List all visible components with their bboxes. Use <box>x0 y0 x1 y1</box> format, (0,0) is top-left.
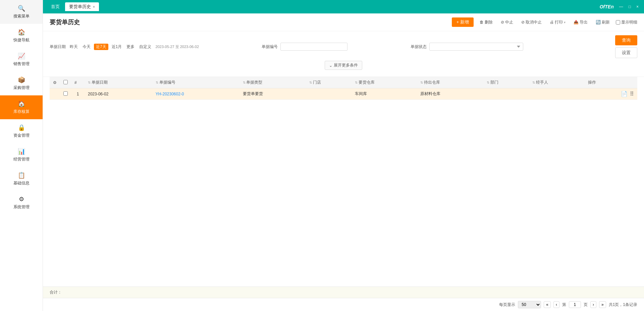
cell-req-warehouse: 车间库 <box>352 88 417 100</box>
inventory-icon: 🏠 <box>18 100 25 107</box>
sidebar-item-finance-mgmt[interactable]: 🔒 资金管理 <box>0 119 43 143</box>
total-info: 共1页，1条记录 <box>609 302 637 308</box>
row-checkbox[interactable] <box>63 91 68 96</box>
th-settings[interactable]: ⚙ <box>50 77 60 88</box>
expand-icon: ⌄ <box>329 63 332 68</box>
window-maximize-btn[interactable]: □ <box>627 4 632 9</box>
display-detail-checkbox[interactable] <box>616 20 620 25</box>
th-dept[interactable]: 部门 <box>483 77 529 88</box>
window-minimize-btn[interactable]: — <box>618 4 625 9</box>
tab-active-label: 要货单历史 <box>69 4 91 10</box>
date-options: 昨天 今天 近7天 近1月 更多 自定义 <box>68 44 153 50</box>
page-size-select[interactable]: 10 20 50 100 <box>518 301 541 308</box>
th-req-warehouse[interactable]: 要货仓库 <box>352 77 417 88</box>
sidebar-item-label: 基础信息 <box>13 180 30 186</box>
next-page-btn[interactable]: › <box>590 301 596 308</box>
order-no-link[interactable]: YH-20230602-0 <box>156 92 184 96</box>
date-option-7days[interactable]: 近7天 <box>94 44 108 50</box>
date-label: 单据日期 <box>50 44 66 50</box>
order-no-label: 单据编号 <box>262 44 278 50</box>
cell-dept <box>483 88 529 100</box>
refresh-button[interactable]: 🔄 刷新 <box>594 18 612 27</box>
display-detail-button[interactable]: 显示明细 <box>616 19 637 25</box>
expand-more-button[interactable]: ⌄ 展开更多条件 <box>325 61 362 70</box>
tab-close-icon[interactable]: × <box>93 5 95 9</box>
pagination-bar: 每页显示 10 20 50 100 « ‹ 第 页 › » 共1页，1条记录 <box>43 298 644 311</box>
prev-page-btn[interactable]: ‹ <box>553 301 559 308</box>
th-date[interactable]: 单据日期 <box>85 77 152 88</box>
first-page-btn[interactable]: « <box>544 301 551 308</box>
th-handler[interactable]: 经手人 <box>529 77 585 88</box>
date-option-more[interactable]: 更多 <box>125 44 136 50</box>
date-option-yesterday[interactable]: 昨天 <box>68 44 79 50</box>
last-page-btn[interactable]: » <box>599 301 606 308</box>
cell-handler <box>529 88 585 100</box>
sidebar-item-search-menu[interactable]: 🔍 搜索菜单 <box>0 0 43 24</box>
sidebar-item-sales-mgmt[interactable]: 📈 销售管理 <box>0 48 43 72</box>
status-select[interactable] <box>429 43 523 51</box>
date-option-custom[interactable]: 自定义 <box>138 44 153 50</box>
new-button[interactable]: + 新增 <box>452 17 474 27</box>
filter-row-2: ⌄ 展开更多条件 <box>50 61 637 70</box>
th-pending-warehouse[interactable]: 待出仓库 <box>417 77 483 88</box>
operations-icon: 📊 <box>18 148 25 155</box>
basic-info-icon: 📋 <box>18 172 25 179</box>
sidebar-item-label: 采购管理 <box>13 85 30 91</box>
sidebar-item-system-mgmt[interactable]: ⚙ 系统管理 <box>0 191 43 215</box>
table-footer: 合计： <box>43 286 644 298</box>
sidebar-item-basic-info[interactable]: 📋 基础信息 <box>0 167 43 191</box>
cell-pending-warehouse: 原材料仓库 <box>417 88 483 100</box>
row-edit-btn[interactable]: 📄 <box>621 91 628 97</box>
window-close-btn[interactable]: × <box>635 4 640 9</box>
order-no-input[interactable] <box>280 43 347 51</box>
total-label: 合计： <box>50 290 62 295</box>
table-container: ⚙ # 单据日期 单据编号 单据类型 门店 要货仓库 待出仓库 部门 经手人 <box>43 77 644 286</box>
export-icon: 📤 <box>574 20 579 25</box>
page-input[interactable] <box>569 301 581 308</box>
export-button[interactable]: 📤 导出 <box>572 18 590 27</box>
sidebar-item-inventory-calc[interactable]: 🏠 库存核算 <box>0 95 43 119</box>
cancel-stop-button[interactable]: ⊘ 取消中止 <box>519 18 544 27</box>
cell-settings <box>50 88 60 100</box>
th-order-no[interactable]: 单据编号 <box>152 77 239 88</box>
cell-order-no: YH-20230602-0 <box>152 88 239 100</box>
quick-nav-icon: 🏠 <box>18 29 25 36</box>
cell-date: 2023-06-02 <box>85 88 152 100</box>
sidebar-item-purchase-mgmt[interactable]: 📦 采购管理 <box>0 72 43 95</box>
sidebar-item-label: 经营管理 <box>13 157 30 162</box>
sidebar-item-operations-mgmt[interactable]: 📊 经营管理 <box>0 143 43 167</box>
th-store[interactable]: 门店 <box>306 77 352 88</box>
tab-home-label: 首页 <box>51 4 60 10</box>
settings-button[interactable]: 设置 <box>615 47 637 58</box>
filter-status: 单据状态 <box>411 43 608 51</box>
tab-home[interactable]: 首页 <box>47 2 64 11</box>
sidebar: 🔍 搜索菜单 🏠 快捷导航 📈 销售管理 📦 采购管理 🏠 库存核算 🔒 资金管… <box>0 0 43 311</box>
filter-bar: 单据日期 昨天 今天 近7天 近1月 更多 自定义 2023-05-27 至 2… <box>43 31 644 77</box>
sidebar-item-label: 销售管理 <box>13 61 30 67</box>
main-area: 首页 要货单历史 × OfTEn — □ × 要货单历史 + 新增 🗑 删除 ⊘ <box>43 0 644 311</box>
tab-active[interactable]: 要货单历史 × <box>65 2 99 11</box>
select-all-checkbox[interactable] <box>63 80 68 84</box>
cell-store <box>306 88 352 100</box>
row-more-btn[interactable]: ⠿ <box>630 91 634 97</box>
sidebar-item-label: 库存核算 <box>13 109 30 115</box>
filter-order-no: 单据编号 <box>206 43 404 51</box>
date-option-1month[interactable]: 近1月 <box>110 44 123 50</box>
sidebar-item-label: 快捷导航 <box>13 37 30 43</box>
delete-button[interactable]: 🗑 删除 <box>478 18 495 27</box>
th-checkbox <box>60 77 71 88</box>
print-button[interactable]: 🖨 打印 ▾ <box>548 18 568 27</box>
filter-row-1: 单据日期 昨天 今天 近7天 近1月 更多 自定义 2023-05-27 至 2… <box>50 35 637 58</box>
th-order-type[interactable]: 单据类型 <box>239 77 306 88</box>
stop-button[interactable]: ⊘ 中止 <box>499 18 515 27</box>
cell-checkbox[interactable] <box>60 88 71 100</box>
purchase-icon: 📦 <box>18 76 25 84</box>
sidebar-item-quick-nav[interactable]: 🏠 快捷导航 <box>0 24 43 48</box>
date-option-today[interactable]: 今天 <box>81 44 92 50</box>
page-header: 要货单历史 + 新增 🗑 删除 ⊘ 中止 ⊘ 取消中止 🖨 打印 <box>43 13 644 31</box>
cell-ops: 📄 ⠿ <box>585 88 637 100</box>
date-range: 2023-05-27 至 2023-06-02 <box>155 44 199 49</box>
query-button[interactable]: 查询 <box>615 35 637 45</box>
topbar: 首页 要货单历史 × OfTEn — □ × <box>43 0 644 13</box>
sidebar-item-label: 资金管理 <box>13 133 30 138</box>
